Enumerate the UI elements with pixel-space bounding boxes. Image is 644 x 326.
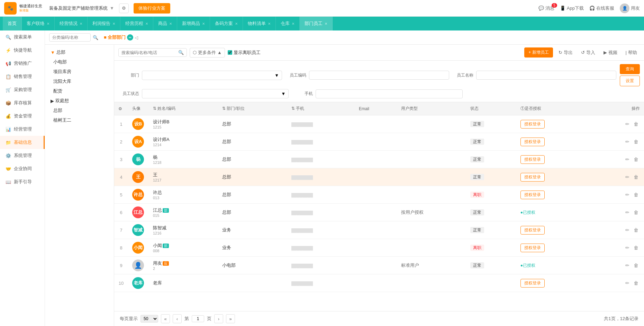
search-submit-icon[interactable]: 🔍: [178, 50, 184, 55]
last-page-button[interactable]: »: [226, 314, 235, 323]
category-search-icon[interactable]: 🔍: [93, 35, 98, 40]
phone-input[interactable]: [316, 89, 462, 98]
edit-button[interactable]: ✏: [624, 191, 631, 198]
delete-button[interactable]: 🗑: [632, 191, 640, 198]
emp-code-input[interactable]: [309, 71, 449, 80]
collapse-icon[interactable]: ◁: [135, 35, 138, 40]
tab-operation[interactable]: 经营情况 ✕: [55, 17, 88, 30]
dept-edit-icon[interactable]: ✏: [127, 34, 133, 41]
sidebar-item-inventory[interactable]: 📦 库存核算: [0, 96, 45, 109]
tab-bom[interactable]: 物料清单 ✕: [243, 17, 276, 30]
edit-button[interactable]: ✏: [624, 262, 631, 269]
prev-page-button[interactable]: ‹: [173, 314, 182, 323]
dept-header-area: ■ 全部部门 ✏ ◁: [104, 34, 138, 41]
add-employee-button[interactable]: + 新增员工: [524, 47, 553, 58]
tab-department[interactable]: 部门员工 ✕: [300, 17, 333, 30]
auth-login-button[interactable]: 授权登录: [520, 173, 545, 182]
sidebar-item-marketing[interactable]: 📢 营销推广: [0, 57, 45, 70]
export-button[interactable]: ↻ 导出: [556, 48, 575, 57]
edit-button[interactable]: ✏: [624, 209, 631, 216]
td-dept: 总部: [218, 204, 287, 221]
dept-item-distribution[interactable]: 配货: [45, 86, 114, 96]
edit-button[interactable]: ✏: [624, 227, 631, 234]
import-button[interactable]: ↺ 导入: [578, 48, 598, 57]
tab-new-goods[interactable]: 新增商品 ✕: [177, 17, 210, 30]
sidebar-item-shortcuts[interactable]: ⚡ 快捷导航: [0, 44, 45, 57]
delete-button[interactable]: 🗑: [632, 227, 640, 234]
sidebar-item-basic-info[interactable]: 📁 基础信息: [0, 136, 45, 149]
edit-button[interactable]: ✏: [624, 244, 631, 251]
th-name-code[interactable]: ⇅ 姓名/编码: [149, 102, 218, 115]
dept-item-small-elec[interactable]: 小电部: [45, 57, 114, 67]
auth-login-button[interactable]: 授权登录: [520, 155, 545, 164]
sidebar-item-finance[interactable]: 💰 资金管理: [0, 109, 45, 123]
emp-name-input[interactable]: [476, 71, 616, 80]
gear-button[interactable]: ⚙: [119, 3, 129, 13]
tab-goods[interactable]: 商品 ✕: [153, 17, 177, 30]
sidebar-item-guide[interactable]: 📖 新手引导: [0, 175, 45, 188]
user-menu-button[interactable]: 👤 用友: [620, 3, 640, 13]
auth-login-button[interactable]: 授权登录: [520, 226, 545, 235]
edit-button[interactable]: ✏: [624, 174, 631, 180]
online-service-button[interactable]: 🎧 在线客服: [589, 5, 614, 11]
message-button[interactable]: 💬 消息 5: [538, 5, 554, 11]
tab-home[interactable]: 首页: [3, 17, 22, 30]
query-button[interactable]: 查询: [620, 64, 640, 74]
dept-item-shenyang[interactable]: 沈阳大库: [45, 77, 114, 86]
page-number-input[interactable]: [192, 315, 204, 322]
reset-button[interactable]: 设置: [620, 76, 640, 86]
next-page-button[interactable]: ›: [214, 314, 223, 323]
dropdown-arrow-icon[interactable]: ▼: [110, 6, 114, 11]
show-resigned-checkbox-label[interactable]: 显示离职员工: [228, 50, 261, 56]
delete-button[interactable]: 🗑: [632, 156, 640, 163]
delete-button[interactable]: 🗑: [632, 138, 640, 145]
trial-button[interactable]: 体验行业方案: [134, 3, 170, 14]
auth-login-button[interactable]: 授权登录: [520, 120, 545, 129]
delete-button[interactable]: 🗑: [632, 262, 640, 269]
more-filter-button[interactable]: ⬡ 更多条件 ▲: [190, 48, 225, 58]
dept-item-plant[interactable]: 植树王二: [45, 115, 114, 125]
sidebar-item-system[interactable]: ⚙️ 系统管理: [0, 149, 45, 162]
help-button[interactable]: | 帮助: [623, 48, 640, 57]
delete-button[interactable]: 🗑: [632, 244, 640, 251]
sidebar-item-collab[interactable]: 🤝 企业协同: [0, 162, 45, 175]
emp-name-label: 员工名称: [453, 72, 473, 78]
dept-item-headquarters-parent[interactable]: ▼ 总部: [45, 47, 114, 57]
video-button[interactable]: ▶ 视频: [601, 48, 620, 57]
page-size-select[interactable]: 50 100: [140, 315, 158, 323]
dept-item-shuanting[interactable]: ▶ 双庭想: [45, 96, 114, 106]
delete-button[interactable]: 🗑: [632, 209, 640, 216]
auth-login-button[interactable]: 授权登录: [520, 191, 545, 199]
emp-status-select[interactable]: ▼: [142, 89, 289, 98]
dept-item-project-store[interactable]: 项目库房: [45, 67, 114, 77]
tab-customer[interactable]: 客户联络 ✕: [22, 17, 55, 30]
auth-login-button[interactable]: 授权登录: [520, 138, 545, 146]
tab-barcode[interactable]: 条码方案 ✕: [210, 17, 243, 30]
dept-filter-select[interactable]: ▼: [142, 71, 282, 80]
th-phone[interactable]: ⇅ 手机: [287, 102, 355, 115]
tab-profit[interactable]: 利润报告 ✕: [88, 17, 120, 30]
edit-button[interactable]: ✏: [624, 121, 631, 127]
sidebar-item-purchase[interactable]: 🛒 采购管理: [0, 83, 45, 96]
edit-button[interactable]: ✏: [624, 156, 631, 163]
tab-history[interactable]: 经营历程 ✕: [120, 17, 153, 30]
first-page-button[interactable]: «: [161, 314, 170, 323]
delete-button[interactable]: 🗑: [632, 121, 640, 127]
th-settings[interactable]: ⚙: [114, 102, 128, 115]
sidebar-item-operation[interactable]: 📊 经营管理: [0, 123, 45, 136]
sidebar-item-search[interactable]: 🔍 搜索菜单: [0, 30, 45, 44]
category-search-input[interactable]: [49, 33, 91, 42]
auth-login-button[interactable]: 授权登录: [520, 279, 545, 288]
employee-search-input[interactable]: [121, 50, 177, 55]
edit-button[interactable]: ✏: [624, 280, 631, 287]
dept-item-hq[interactable]: 总部: [45, 106, 114, 115]
th-dept-position[interactable]: ⇅ 部门/职位: [218, 102, 287, 115]
sidebar-item-sales[interactable]: 📋 销售管理: [0, 70, 45, 83]
edit-button[interactable]: ✏: [624, 138, 631, 145]
auth-login-button[interactable]: 授权登录: [520, 244, 545, 252]
tab-warehouse[interactable]: 仓库 ✕: [276, 17, 300, 30]
delete-button[interactable]: 🗑: [632, 174, 640, 180]
app-download-button[interactable]: 📱 App下载: [560, 5, 584, 11]
delete-button[interactable]: 🗑: [632, 280, 640, 287]
show-resigned-checkbox[interactable]: [228, 50, 232, 55]
